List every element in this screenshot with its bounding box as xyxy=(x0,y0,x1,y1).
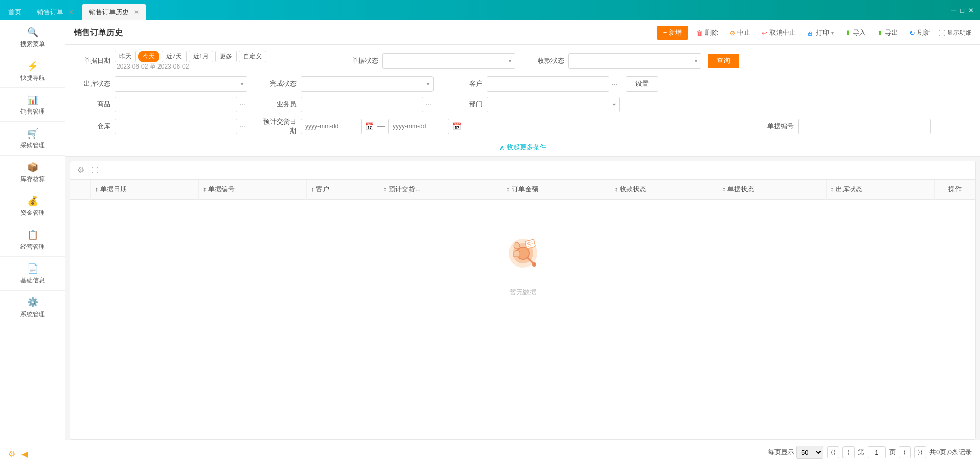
date-today-btn[interactable]: 今天 xyxy=(138,51,159,62)
refresh-icon: ↻ xyxy=(909,29,915,37)
print-button[interactable]: 🖨 打印 ▾ xyxy=(804,26,837,39)
th-order-amount[interactable]: ↕ 订单金额 xyxy=(502,180,610,200)
date-custom-btn[interactable]: 自定义 xyxy=(239,51,266,62)
customer-input[interactable] xyxy=(487,76,609,92)
export-button[interactable]: ⬆ 导出 xyxy=(874,26,901,39)
th-order-amount-label: ↕ 订单金额 xyxy=(506,185,538,193)
th-expected-delivery[interactable]: ↕ 预计交货... xyxy=(379,180,502,200)
date-more-btn[interactable]: 更多 xyxy=(215,51,237,62)
filter-row-1: 单据日期 昨天 今天 近7天 近1月 更多 自定义 2023-06-02 至 2… xyxy=(74,51,972,71)
payment-status-label: 收款状态 xyxy=(528,56,568,65)
expected-delivery-end-calendar-icon[interactable]: 📅 xyxy=(452,122,461,130)
bill-status-label: 单据状态 xyxy=(341,56,382,65)
filter-row-3: 商品 ··· 业务员 ··· 部门 ▾ xyxy=(74,97,972,112)
th-bill-date-label: ↕ 单据日期 xyxy=(95,185,127,193)
th-delivery-status[interactable]: ↕ 出库状态 xyxy=(826,180,934,200)
date-last7-btn[interactable]: 近7天 xyxy=(162,51,187,62)
tab-sales-order-close[interactable]: ✕ xyxy=(69,9,74,16)
dept-select[interactable] xyxy=(487,97,620,112)
product-ellipsis-icon[interactable]: ··· xyxy=(237,100,247,108)
sidebar-item-inventory[interactable]: 📦 库存核算 xyxy=(0,156,65,189)
window-maximize-btn[interactable]: □ xyxy=(960,7,964,14)
warehouse-input[interactable] xyxy=(115,119,237,134)
first-page-btn[interactable]: ⟨⟨ xyxy=(827,446,839,458)
salesman-input[interactable] xyxy=(301,97,423,112)
business-mgmt-icon: 📋 xyxy=(27,229,38,240)
page-label: 第 xyxy=(858,448,864,457)
filter-row-4: 仓库 ··· 预计交货日期 📅 — 📅 单据编号 xyxy=(74,117,972,136)
cancel-stop-button[interactable]: ↩ 取消中止 xyxy=(759,26,799,39)
tab-sales-order-history-label: 销售订单历史 xyxy=(89,8,129,17)
bill-number-input[interactable] xyxy=(798,119,931,134)
customer-input-wrapper: ··· xyxy=(487,76,620,92)
filter-row-2: 出库状态 ▾ 完成状态 ▾ xyxy=(74,76,972,92)
print-dropdown-icon[interactable]: ▾ xyxy=(831,30,834,36)
salesman-ellipsis-icon[interactable]: ··· xyxy=(423,100,434,108)
th-payment-status[interactable]: ↕ 收款状态 xyxy=(610,180,718,200)
basic-info-icon: 📄 xyxy=(27,263,38,274)
stop-button[interactable]: ⊘ 中止 xyxy=(726,26,754,39)
next-page-btn[interactable]: ⟩ xyxy=(899,446,911,458)
sidebar-item-search-menu[interactable]: 🔍 搜索菜单 xyxy=(0,20,65,54)
date-yesterday-btn[interactable]: 昨天 xyxy=(115,51,136,62)
window-minimize-btn[interactable]: ─ xyxy=(951,7,956,14)
table-settings-icon[interactable]: ⚙ xyxy=(74,164,87,176)
sidebar-collapse-icon[interactable]: ◀ xyxy=(21,449,28,459)
tab-home[interactable]: 首页 xyxy=(1,4,29,20)
empty-state: 暂无数据 xyxy=(70,200,975,317)
sidebar-item-sales-mgmt[interactable]: 📊 销售管理 xyxy=(0,88,65,122)
sys-mgmt-icon: ⚙️ xyxy=(27,297,38,308)
th-customer[interactable]: ↕ 客户 xyxy=(307,180,379,200)
delivery-status-select-wrapper: ▾ xyxy=(115,76,247,92)
bill-status-select[interactable] xyxy=(382,53,515,69)
tab-sales-order-history-close[interactable]: ✕ xyxy=(134,9,139,16)
last-page-btn[interactable]: ⟩⟩ xyxy=(914,446,926,458)
display-detail-checkbox-label[interactable]: 显示明细 xyxy=(939,29,972,37)
delivery-status-select[interactable] xyxy=(115,76,247,92)
settings-button[interactable]: 设置 xyxy=(626,76,658,92)
date-range-text: 2023-06-02 至 2023-06-02 xyxy=(117,62,329,71)
warehouse-ellipsis-icon[interactable]: ··· xyxy=(237,122,247,130)
print-label: 打印 xyxy=(816,28,829,37)
expected-delivery-end-input[interactable] xyxy=(388,119,449,134)
refresh-button[interactable]: ↻ 刷新 xyxy=(906,26,933,39)
per-page-select[interactable]: 50 10 20 100 xyxy=(796,446,823,459)
sidebar-item-sys-mgmt[interactable]: ⚙️ 系统管理 xyxy=(0,291,65,324)
th-bill-number[interactable]: ↕ 单据编号 xyxy=(198,180,306,200)
select-all-checkbox[interactable] xyxy=(92,167,98,173)
empty-state-icon xyxy=(497,230,549,281)
sidebar-item-basic-info[interactable]: 📄 基础信息 xyxy=(0,257,65,291)
sidebar-item-purchase-mgmt-label: 采购管理 xyxy=(20,141,45,150)
th-bill-date[interactable]: ↕ 单据日期 xyxy=(90,180,198,200)
filter-section: 单据日期 昨天 今天 近7天 近1月 更多 自定义 2023-06-02 至 2… xyxy=(65,45,980,157)
page-input[interactable] xyxy=(868,446,886,458)
sidebar-item-quick-nav[interactable]: ⚡ 快捷导航 xyxy=(0,54,65,88)
sidebar-settings-icon[interactable]: ⚙ xyxy=(8,449,15,459)
sidebar-item-finance[interactable]: 💰 资金管理 xyxy=(0,189,65,223)
customer-ellipsis-icon[interactable]: ··· xyxy=(609,80,620,88)
th-bill-status[interactable]: ↕ 单据状态 xyxy=(718,180,826,200)
delete-button[interactable]: 🗑 删除 xyxy=(693,26,721,39)
expected-delivery-start-input[interactable] xyxy=(301,119,362,134)
query-button[interactable]: 查询 xyxy=(708,54,739,68)
product-input[interactable] xyxy=(115,97,237,112)
expected-delivery-start-calendar-icon[interactable]: 📅 xyxy=(365,122,374,130)
sidebar-item-business-mgmt[interactable]: 📋 经营管理 xyxy=(0,223,65,257)
complete-status-select[interactable] xyxy=(301,76,434,92)
new-button[interactable]: + 新增 xyxy=(657,26,688,40)
expected-delivery-label: 预计交货日期 xyxy=(260,117,301,136)
tab-sales-order-history[interactable]: 销售订单历史 ✕ xyxy=(82,4,146,20)
window-close-btn[interactable]: ✕ xyxy=(968,7,974,14)
complete-status-label: 完成状态 xyxy=(260,79,301,89)
date-lastmonth-btn[interactable]: 近1月 xyxy=(189,51,214,62)
tab-sales-order[interactable]: 销售订单 ✕ xyxy=(30,4,81,20)
collapse-row[interactable]: ∧ 收起更多条件 xyxy=(74,141,972,152)
sidebar-item-purchase-mgmt[interactable]: 🛒 采购管理 xyxy=(0,122,65,156)
sidebar-item-quick-nav-label: 快捷导航 xyxy=(20,74,45,82)
dept-select-inner: ▾ xyxy=(487,97,620,112)
display-detail-checkbox[interactable] xyxy=(939,30,945,36)
collapse-icon: ∧ xyxy=(499,144,505,151)
payment-status-select[interactable] xyxy=(568,53,701,69)
import-button[interactable]: ⬇ 导入 xyxy=(842,26,869,39)
prev-page-btn[interactable]: ⟨ xyxy=(842,446,855,458)
